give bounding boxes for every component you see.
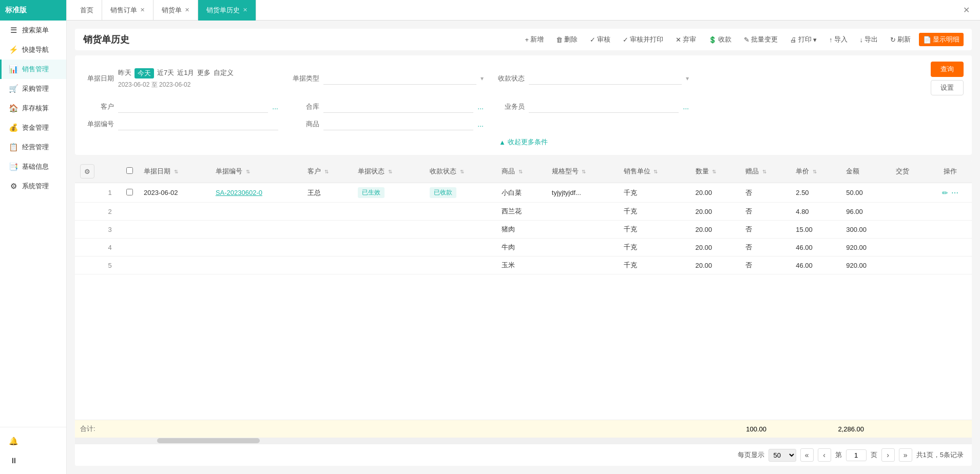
col-customer[interactable]: 客户 ⇅: [302, 160, 353, 183]
goods-picker-icon[interactable]: ...: [477, 120, 484, 128]
audit-print-button[interactable]: ✓ 审核并打印: [619, 33, 667, 46]
payment-status-select[interactable]: [529, 72, 682, 85]
date-shortcut-1month[interactable]: 近1月: [177, 68, 194, 78]
sidebar-item-search-menu[interactable]: ☰ 搜索菜单: [0, 21, 66, 40]
sidebar-pause-btn[interactable]: ⏸: [0, 451, 66, 470]
date-shortcut-more[interactable]: 更多: [197, 68, 210, 78]
col-gift[interactable]: 赠品 ⇅: [740, 160, 791, 183]
sidebar-item-label: 经营管理: [22, 143, 49, 152]
more-btn[interactable]: ⋯: [951, 189, 958, 197]
tab-sales-delivery[interactable]: 销货单 ✕: [153, 0, 198, 21]
add-button[interactable]: + 新增: [521, 33, 548, 46]
print-button[interactable]: 🖨 打印 ▾: [786, 33, 821, 46]
collect-button[interactable]: 💲 收款: [704, 33, 736, 46]
import-button[interactable]: ↑ 导入: [825, 33, 852, 46]
sidebar-item-quick-nav[interactable]: ⚡ 快捷导航: [0, 40, 66, 60]
top-nav: 首页 销售订单 ✕ 销货单 ✕ 销货单历史 ✕ ✕: [67, 0, 980, 21]
row-amount-4: 920.00: [841, 256, 891, 274]
close-all-tabs-btn[interactable]: ✕: [958, 5, 975, 15]
row-gift-4: 否: [740, 256, 791, 274]
doc-no-input[interactable]: [118, 118, 278, 130]
doc-type-select[interactable]: [323, 72, 476, 85]
tab-sales-order[interactable]: 销售订单 ✕: [102, 0, 153, 21]
tab-sales-history-close[interactable]: ✕: [243, 7, 247, 13]
batch-change-button[interactable]: ✎ 批量变更: [740, 33, 782, 46]
col-date[interactable]: 单据日期 ⇅: [139, 160, 210, 183]
col-amount: 金额: [841, 160, 891, 183]
row-amount-3: 920.00: [841, 239, 891, 256]
date-shortcuts: 昨天 今天 近7天 近1月 更多 自定义: [118, 68, 234, 78]
tab-sales-history[interactable]: 销货单历史 ✕: [198, 0, 256, 21]
sys-mgmt-icon: ⚙: [9, 182, 18, 191]
sales-mgmt-icon: 📊: [9, 65, 18, 74]
row-docno-3: [210, 239, 302, 256]
goods-input[interactable]: [323, 118, 473, 130]
next-page-btn[interactable]: ›: [881, 448, 895, 462]
col-goods[interactable]: 商品 ⇅: [496, 160, 547, 183]
warehouse-input[interactable]: [323, 101, 473, 113]
select-all-checkbox[interactable]: [126, 167, 133, 174]
refresh-button[interactable]: ↻ 刷新: [886, 33, 915, 46]
abandon-button[interactable]: ✕ 弃审: [671, 33, 700, 46]
edit-btn[interactable]: ✏: [942, 189, 948, 197]
sidebar-item-sys-mgmt[interactable]: ⚙ 系统管理: [0, 176, 66, 196]
sidebar-item-ops[interactable]: 📋 经营管理: [0, 137, 66, 157]
sidebar-item-sales-mgmt[interactable]: 📊 销售管理: [0, 60, 66, 79]
sidebar-item-finance[interactable]: 💰 资金管理: [0, 118, 66, 137]
row-paymentstatus-2: [425, 221, 496, 239]
col-unit[interactable]: 销售单位 ⇅: [619, 160, 690, 183]
tab-sales-delivery-close[interactable]: ✕: [185, 7, 189, 13]
show-detail-button[interactable]: 📄 显示明细: [919, 33, 964, 46]
set-button[interactable]: 设置: [931, 80, 964, 95]
page-header: 销货单历史 + 新增 🗑 删除 ✓ 审核 ✓ 审核并打印: [75, 29, 972, 50]
date-shortcut-custom[interactable]: 自定义: [214, 68, 234, 78]
scrollbar-thumb[interactable]: [157, 438, 260, 443]
col-price[interactable]: 单价 ⇅: [791, 160, 841, 183]
salesperson-picker-icon[interactable]: ...: [683, 103, 689, 111]
page-number-input[interactable]: [846, 449, 867, 461]
horizontal-scrollbar[interactable]: [75, 438, 972, 444]
doc-no-link[interactable]: SA-20230602-0: [216, 189, 262, 196]
warehouse-picker-icon[interactable]: ...: [477, 103, 484, 111]
customer-picker-icon[interactable]: ...: [272, 103, 278, 111]
last-page-btn[interactable]: »: [899, 448, 912, 462]
col-qty[interactable]: 数量 ⇅: [690, 160, 741, 183]
row-transaction-2: [891, 221, 929, 239]
audit-button[interactable]: ✓ 审核: [586, 33, 614, 46]
date-shortcut-7days[interactable]: 近7天: [157, 68, 174, 78]
date-shortcut-today[interactable]: 今天: [134, 68, 154, 78]
sidebar-item-label: 基础信息: [22, 162, 49, 171]
sidebar-item-label: 系统管理: [22, 182, 49, 191]
export-button[interactable]: ↓ 导出: [856, 33, 882, 46]
query-button[interactable]: 查询: [931, 62, 964, 77]
row-amount-2: 300.00: [841, 221, 891, 239]
toolbar: + 新增 🗑 删除 ✓ 审核 ✓ 审核并打印 ✕ 弃审: [521, 33, 964, 46]
table-settings-btn[interactable]: ⚙: [80, 164, 94, 179]
col-payment-status[interactable]: 收款状态 ⇅: [425, 160, 496, 183]
sidebar-item-label: 销售管理: [22, 65, 49, 74]
customer-input[interactable]: [118, 101, 268, 113]
col-doc-no[interactable]: 单据编号 ⇅: [210, 160, 302, 183]
row-customer-4: [302, 256, 353, 274]
row-select-checkbox[interactable]: [126, 189, 133, 195]
sidebar-item-inventory[interactable]: 🏠 库存核算: [0, 98, 66, 118]
col-spec[interactable]: 规格型号 ⇅: [547, 160, 619, 183]
sidebar-item-purchase-mgmt[interactable]: 🛒 采购管理: [0, 79, 66, 98]
sort-gift-icon: ⇅: [762, 169, 766, 174]
delete-button[interactable]: 🗑 删除: [552, 33, 582, 46]
salesperson-input[interactable]: [529, 101, 679, 113]
tab-home[interactable]: 首页: [72, 0, 102, 21]
prev-page-btn[interactable]: ‹: [818, 448, 831, 462]
sort-qty-icon: ⇅: [712, 169, 716, 174]
tab-sales-order-close[interactable]: ✕: [140, 7, 145, 13]
sidebar-notify-btn[interactable]: 🔔: [0, 431, 66, 451]
per-page-select[interactable]: 50 100: [768, 449, 796, 462]
row-settings-2: [75, 221, 100, 239]
date-shortcut-yesterday[interactable]: 昨天: [118, 68, 131, 78]
collapse-filter-btn[interactable]: ▲ 收起更多条件: [83, 135, 964, 149]
sidebar-item-basic-info[interactable]: 📑 基础信息: [0, 157, 66, 176]
sort-price-icon: ⇅: [813, 169, 817, 174]
col-doc-status[interactable]: 单据状态 ⇅: [353, 160, 425, 183]
row-docno-0[interactable]: SA-20230602-0: [210, 183, 302, 203]
first-page-btn[interactable]: «: [800, 448, 814, 462]
